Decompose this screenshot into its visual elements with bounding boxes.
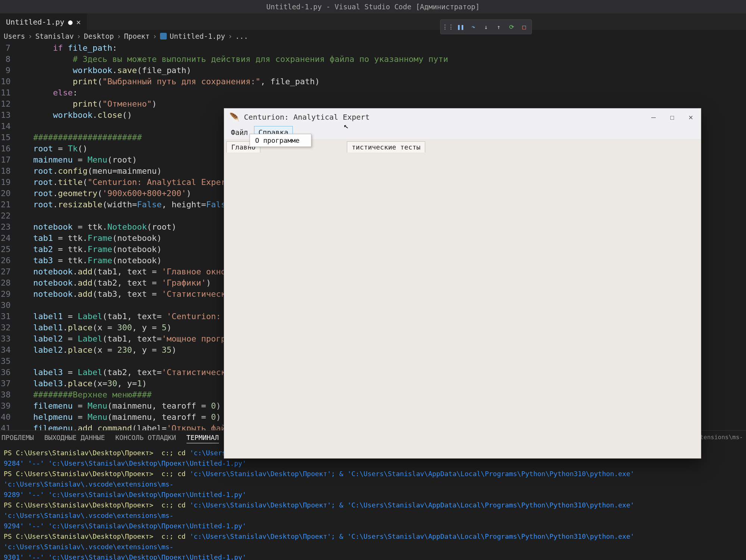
tk-feather-icon: 🪶	[229, 113, 239, 122]
step-over-icon[interactable]: ↷	[470, 23, 477, 31]
help-dropdown: О программе	[250, 134, 311, 147]
minimize-icon[interactable]: —	[649, 113, 658, 122]
chevron-icon: ›	[153, 32, 157, 40]
panel-overflow-text: xtensions\ms-	[696, 434, 743, 443]
restart-icon[interactable]: ⟳	[508, 23, 515, 31]
tab-terminal[interactable]: ТЕРМИНАЛ	[186, 434, 219, 443]
pause-icon[interactable]: ❚❚	[457, 23, 464, 31]
crumb-project[interactable]: Проект	[124, 32, 150, 40]
crumb-users[interactable]: Users	[4, 32, 25, 40]
about-item[interactable]: О программе	[250, 134, 311, 147]
tk-title: Centurion: Analytical Expert	[244, 113, 370, 122]
terminal[interactable]: PS C:\Users\Stanislav\Desktop\Проект> c:…	[0, 446, 746, 560]
crumb-user[interactable]: Stanislav	[35, 32, 74, 40]
close-icon[interactable]: ✕	[686, 113, 696, 122]
chevron-icon: ›	[117, 32, 121, 40]
dirty-dot-icon: ●	[68, 18, 73, 26]
breadcrumb[interactable]: Users› Stanislav› Desktop› Проект› Untit…	[0, 30, 746, 43]
crumb-desktop[interactable]: Desktop	[84, 32, 114, 40]
step-into-icon[interactable]: ↓	[482, 23, 490, 31]
menu-file[interactable]: Файл	[226, 126, 253, 139]
maximize-icon[interactable]: ☐	[667, 113, 677, 122]
step-out-icon[interactable]: ↑	[495, 23, 502, 31]
drag-handle-icon[interactable]: ⋮⋮	[444, 23, 452, 31]
close-icon[interactable]: ✕	[76, 18, 81, 26]
chevron-icon: ›	[228, 32, 232, 40]
chevron-icon: ›	[28, 32, 32, 40]
tk-tab-stat[interactable]: тистические тесты	[347, 141, 425, 152]
tk-body	[224, 152, 701, 458]
crumb-more[interactable]: ...	[235, 32, 248, 40]
crumb-file[interactable]: Untitled-1.py	[170, 32, 225, 40]
tab-problems[interactable]: ПРОБЛЕМЫ	[1, 434, 34, 443]
editor-tab-untitled[interactable]: Untitled-1.py ● ✕	[0, 13, 87, 30]
window-title: Untitled-1.py - Visual Studio Code [Адми…	[266, 3, 480, 11]
chevron-icon: ›	[77, 32, 81, 40]
tab-label: Untitled-1.py	[6, 18, 65, 26]
tk-titlebar[interactable]: 🪶 Centurion: Analytical Expert — ☐ ✕	[224, 108, 701, 126]
python-file-icon	[160, 33, 167, 40]
tk-app-window[interactable]: 🪶 Centurion: Analytical Expert — ☐ ✕ Фай…	[224, 108, 701, 459]
debug-toolbar[interactable]: ⋮⋮ ❚❚ ↷ ↓ ↑ ⟳ □	[440, 19, 532, 34]
stop-icon[interactable]: □	[520, 23, 528, 31]
tab-output[interactable]: ВЫХОДНЫЕ ДАННЫЕ	[44, 434, 105, 443]
window-titlebar: Untitled-1.py - Visual Studio Code [Адми…	[0, 0, 746, 13]
editor-tabs: Untitled-1.py ● ✕	[0, 13, 746, 30]
tab-debug-console[interactable]: КОНСОЛЬ ОТЛАДКИ	[115, 434, 176, 443]
